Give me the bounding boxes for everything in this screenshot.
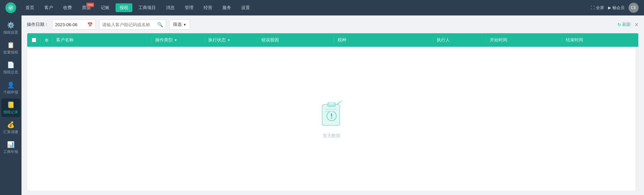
nav-settings[interactable]: 设置 xyxy=(237,3,254,12)
empty-illustration xyxy=(318,99,345,129)
fullscreen-button[interactable]: ⛶ 全屏 xyxy=(591,5,604,11)
nav-tax[interactable]: 报税 xyxy=(116,3,132,12)
tax-settings-icon: ⚙️ xyxy=(7,22,14,29)
nav-manage[interactable]: 管理 xyxy=(181,3,198,12)
annual-report-icon: 📊 xyxy=(7,141,14,148)
empty-state: 暂无数据 xyxy=(27,47,636,191)
nav-home[interactable]: 首页 xyxy=(22,3,38,12)
nav-client[interactable]: 客户 xyxy=(40,3,57,12)
top-nav: 首页 客户 收费 票据 new 记账 报税 工商项目 消息 管理 经营 服务 设… xyxy=(0,0,644,15)
th-checkbox[interactable] xyxy=(27,38,41,42)
search-input[interactable] xyxy=(102,22,156,27)
nav-message[interactable]: 消息 xyxy=(162,3,179,12)
close-button[interactable]: ✕ xyxy=(634,22,639,28)
sidebar-item-batch-tax[interactable]: 📋 批量报税 xyxy=(1,39,20,57)
sidebar-item-personal-tax[interactable]: 👤 个税申报 xyxy=(1,79,20,97)
main-layout: ⚙️ 报税设置 📋 批量报税 📄 报税总览 👤 个税申报 📒 报税记录 💰 汇算… xyxy=(0,15,644,195)
svg-rect-0 xyxy=(322,105,340,125)
date-label: 操作日期： xyxy=(27,22,49,28)
tax-summary-icon: 📄 xyxy=(7,61,14,69)
sidebar-item-settlement[interactable]: 💰 汇算清缴 xyxy=(1,118,20,137)
th-executor: 执行人 xyxy=(433,37,486,43)
svg-line-8 xyxy=(337,101,342,104)
nav-business[interactable]: 工商项目 xyxy=(134,3,160,12)
th-error: 错误股因 xyxy=(258,37,334,43)
member-button[interactable]: ▶ 畅会员 xyxy=(608,5,625,11)
sidebar-item-annual-report[interactable]: 📊 工商年报 xyxy=(1,138,20,157)
avatar[interactable]: CE xyxy=(629,3,639,13)
settings-icon: ⚙ xyxy=(45,38,49,43)
filter-button[interactable]: 筛选 ▼ xyxy=(169,20,190,30)
member-icon: ▶ xyxy=(608,5,611,10)
sort-icon-op-type: ▼ xyxy=(174,38,177,42)
new-badge: new xyxy=(86,3,94,7)
th-exec-status[interactable]: 执行状态 ▼ xyxy=(205,37,258,43)
th-client: 客户名称 xyxy=(53,37,152,43)
settlement-icon: 💰 xyxy=(7,121,14,128)
th-settings[interactable]: ⚙ xyxy=(41,38,53,43)
svg-point-5 xyxy=(331,117,332,119)
toolbar-right: ↻ 刷新 ✕ xyxy=(617,22,639,28)
scroll-track[interactable] xyxy=(636,47,638,191)
svg-rect-2 xyxy=(329,102,334,105)
svg-rect-4 xyxy=(331,113,332,117)
personal-tax-icon: 👤 xyxy=(7,81,14,89)
th-start-time: 开始时间 xyxy=(486,37,563,43)
chevron-down-icon: ▼ xyxy=(183,23,186,27)
empty-text: 暂无数据 xyxy=(323,133,340,139)
batch-tax-icon: 📋 xyxy=(7,41,14,49)
search-icon[interactable]: 🔍 xyxy=(157,22,163,27)
nav-service[interactable]: 服务 xyxy=(218,3,235,12)
nav-operation[interactable]: 经营 xyxy=(200,3,216,12)
table-container: ⚙ 客户名称 操作类型 ▼ 执行状态 ▼ 错误股因 税种 xyxy=(27,33,639,191)
table-body: 暂无数据 xyxy=(27,47,638,191)
refresh-button[interactable]: ↻ 刷新 xyxy=(617,22,631,28)
date-input[interactable]: 📅 xyxy=(52,20,96,30)
th-end-time: 结束时间 xyxy=(562,37,638,43)
search-box: 🔍 xyxy=(99,20,166,30)
nav-invoice[interactable]: 票据 new xyxy=(78,3,95,12)
tax-records-icon: 📒 xyxy=(7,101,14,109)
sidebar-item-tax-settings[interactable]: ⚙️ 报税设置 xyxy=(1,19,20,37)
sidebar: ⚙️ 报税设置 📋 批量报税 📄 报税总览 👤 个税申报 📒 报税记录 💰 汇算… xyxy=(0,15,22,195)
sidebar-item-tax-records[interactable]: 📒 报税记录 xyxy=(1,99,20,117)
toolbar: 操作日期： 📅 🔍 筛选 ▼ ↻ 刷新 ✕ xyxy=(27,20,639,30)
fullscreen-icon: ⛶ xyxy=(591,5,595,10)
nav-fee[interactable]: 收费 xyxy=(59,3,76,12)
table-header: ⚙ 客户名称 操作类型 ▼ 执行状态 ▼ 错误股因 税种 xyxy=(27,33,638,47)
th-tax-type: 税种 xyxy=(334,37,433,43)
refresh-icon: ↻ xyxy=(617,22,621,27)
top-nav-right: ⛶ 全屏 ▶ 畅会员 CE xyxy=(591,3,639,13)
date-field[interactable] xyxy=(55,22,85,27)
sidebar-item-tax-summary[interactable]: 📄 报税总览 xyxy=(1,58,20,77)
app-logo[interactable] xyxy=(5,2,16,13)
sort-icon-exec-status: ▼ xyxy=(227,38,230,42)
nav-bookkeeping[interactable]: 记账 xyxy=(97,3,114,12)
content-area: 操作日期： 📅 🔍 筛选 ▼ ↻ 刷新 ✕ xyxy=(22,15,644,195)
select-all-checkbox[interactable] xyxy=(32,38,36,42)
calendar-icon: 📅 xyxy=(87,22,93,27)
th-op-type[interactable]: 操作类型 ▼ xyxy=(152,37,205,43)
